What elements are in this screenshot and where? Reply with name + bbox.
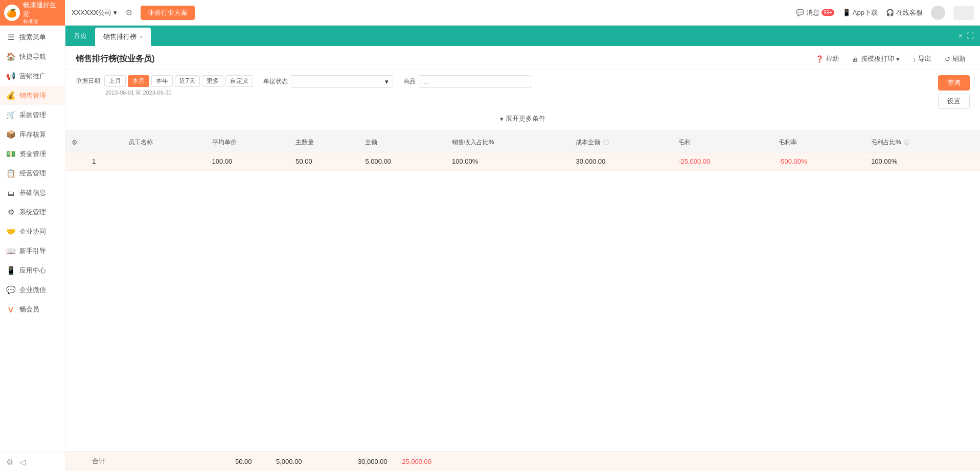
export-icon: ↓ (913, 55, 917, 63)
th-employee-name: 员工名称 (122, 133, 206, 152)
company-name: XXXXXX公司 (72, 8, 111, 17)
query-section: 查询 设置 (938, 75, 970, 109)
expand-button[interactable]: ▾ 展开更多条件 (494, 112, 552, 125)
date-year-btn[interactable]: 本年 (151, 75, 173, 87)
status-select[interactable]: ▾ (291, 75, 393, 88)
sidebar-label: 销售管理 (19, 91, 46, 100)
sidebar-collapse-icon[interactable]: ◁ (19, 457, 26, 467)
sidebar-item-vip[interactable]: V 畅会员 (0, 300, 65, 319)
window-close-icon[interactable]: × (959, 32, 963, 40)
date-range-display: 2023-06-01 至 2023-06-30 (105, 89, 172, 97)
app-center-icon: 📱 (6, 266, 15, 275)
sidebar-label: 新手引导 (19, 246, 46, 256)
tab-close-icon[interactable]: × (140, 34, 143, 40)
tab-sales-ranking[interactable]: 销售排行榜 × (95, 28, 151, 46)
sidebar-item-wechat[interactable]: 💬 企业微信 (0, 280, 65, 300)
app-download-label: App下载 (853, 8, 878, 17)
th-cost: 成本全额 ⓘ (569, 133, 672, 152)
td-cost: 30,000.00 (569, 152, 672, 171)
th-settings: ⚙ (65, 133, 86, 152)
goods-label: 商品 (403, 77, 416, 86)
filter-section: 单据日期 上月 本月 本年 近7天 更多 自定义 2023-06-01 至 20… (65, 70, 980, 131)
date-buttons: 上月 本月 本年 近7天 更多 自定义 (104, 75, 253, 87)
message-button[interactable]: 💬 消息 99+ (796, 8, 834, 17)
support-icon: 🎧 (886, 9, 894, 16)
td-gross: -25,000.00 (672, 152, 772, 171)
refresh-button[interactable]: ↺ 刷新 (941, 52, 970, 65)
sidebar-item-finance[interactable]: 💵 资金管理 (0, 144, 65, 164)
date-custom-btn[interactable]: 自定义 (225, 75, 253, 87)
query-button[interactable]: 查询 (938, 75, 970, 91)
sidebar-item-search-orders[interactable]: ☰ 搜索菜单 (0, 28, 65, 47)
print-button[interactable]: 🖨 按模板打印 ▾ (848, 52, 904, 65)
tabbar: 首页 销售排行榜 × × ⛶ (65, 26, 980, 46)
sidebar-label: 搜索菜单 (19, 33, 46, 42)
th-rank (86, 133, 122, 152)
goods-input[interactable]: ... (419, 75, 531, 88)
marketing-icon: 📢 (6, 72, 15, 81)
td-settings (65, 152, 86, 171)
gross-pct-tip-icon[interactable]: ⓘ (904, 139, 909, 145)
table-row: 1 100.00 50.00 5,000.00 100.00% 30,000.0… (65, 152, 980, 171)
sidebar-item-operations[interactable]: 📋 经营管理 (0, 164, 65, 183)
tab-sales-ranking-label: 销售排行榜 (103, 32, 136, 41)
date-7days-btn[interactable]: 近7天 (175, 75, 200, 87)
table-footer: 合计 50.00 5,000.00 30,000.00 -25,000.00 (65, 451, 980, 471)
footer-avg-price (188, 458, 229, 465)
sidebar-item-inventory[interactable]: 📦 库存核算 (0, 125, 65, 144)
window-expand-icon[interactable]: ⛶ (967, 32, 974, 40)
td-total: 5,000.00 (359, 152, 446, 171)
logo-name: 畅康通好生意 (23, 1, 61, 18)
sidebar-label: 企业协同 (19, 227, 46, 236)
sidebar-item-quick-nav[interactable]: 🏠 快捷导航 (0, 47, 65, 66)
sidebar-item-app-center[interactable]: 📱 应用中心 (0, 261, 65, 280)
settings-button[interactable]: 设置 (938, 94, 970, 109)
tab-home-label: 首页 (74, 31, 87, 40)
sidebar-item-marketing[interactable]: 📢 营销推广 (0, 66, 65, 86)
trial-button[interactable]: 体验行业方案 (141, 6, 195, 20)
date-current-btn[interactable]: 本月 (128, 75, 149, 87)
th-avg-price: 平均单价 (206, 133, 290, 152)
topbar-settings-icon[interactable]: ⚙ (123, 6, 134, 19)
support-label: 在线客服 (896, 8, 923, 17)
sidebar-item-basic-info[interactable]: 🗂 基础信息 (0, 183, 65, 203)
sidebar-label: 库存核算 (19, 130, 46, 139)
data-table: ⚙ 员工名称 平均单价 主数量 全额 销售收入占比% 成本全额 ⓘ (65, 133, 980, 171)
tab-home[interactable]: 首页 (65, 26, 95, 46)
table-scroll[interactable]: ⚙ 员工名称 平均单价 主数量 全额 销售收入占比% 成本全额 ⓘ (65, 133, 980, 451)
date-label: 单据日期 (76, 77, 100, 85)
support-button[interactable]: 🎧 在线客服 (886, 8, 923, 17)
sidebar-settings-icon[interactable]: ⚙ (6, 457, 13, 467)
guide-icon: 📖 (6, 246, 15, 256)
table-settings-icon[interactable]: ⚙ (72, 139, 78, 146)
footer-gross-rate (438, 458, 478, 465)
td-gross-rate: -500.00% (772, 152, 865, 171)
help-button[interactable]: ❓ 帮助 (811, 52, 843, 65)
logo-icon: 🍊 (4, 5, 20, 21)
sidebar-label: 采购管理 (19, 110, 46, 120)
company-selector[interactable]: XXXXXX公司 ▾ (72, 8, 117, 17)
sidebar-item-cooperation[interactable]: 🤝 企业协同 (0, 222, 65, 241)
date-prev-btn[interactable]: 上月 (104, 75, 126, 87)
sidebar-label: 快捷导航 (19, 52, 46, 61)
user-name-area (953, 6, 974, 20)
footer-gross: -25,000.00 (394, 458, 438, 465)
user-avatar[interactable] (931, 6, 945, 20)
footer-cost: 30,000.00 (352, 458, 394, 465)
sidebar-label: 基础信息 (19, 188, 46, 197)
page-actions: ❓ 帮助 🖨 按模板打印 ▾ ↓ 导出 ↺ 刷新 (811, 52, 970, 65)
sidebar-item-purchase[interactable]: 🛒 采购管理 (0, 105, 65, 125)
date-more-btn[interactable]: 更多 (202, 75, 223, 87)
page-title: 销售排行榜(按业务员) (76, 54, 155, 64)
wechat-icon: 💬 (6, 285, 15, 295)
expand-row: ▾ 展开更多条件 (76, 109, 970, 128)
sidebar-item-sales[interactable]: 💰 销售管理 (0, 86, 65, 105)
sidebar-item-system[interactable]: ⚙ 系统管理 (0, 203, 65, 222)
cost-tip-icon[interactable]: ⓘ (603, 139, 609, 145)
app-download-icon: 📱 (842, 9, 851, 16)
export-button[interactable]: ↓ 导出 (909, 52, 936, 65)
sidebar-label: 畅会员 (19, 305, 39, 314)
table-header-row: ⚙ 员工名称 平均单价 主数量 全额 销售收入占比% 成本全额 ⓘ (65, 133, 980, 152)
app-download-button[interactable]: 📱 App下载 (842, 8, 878, 17)
sidebar-item-guide[interactable]: 📖 新手引导 (0, 241, 65, 261)
